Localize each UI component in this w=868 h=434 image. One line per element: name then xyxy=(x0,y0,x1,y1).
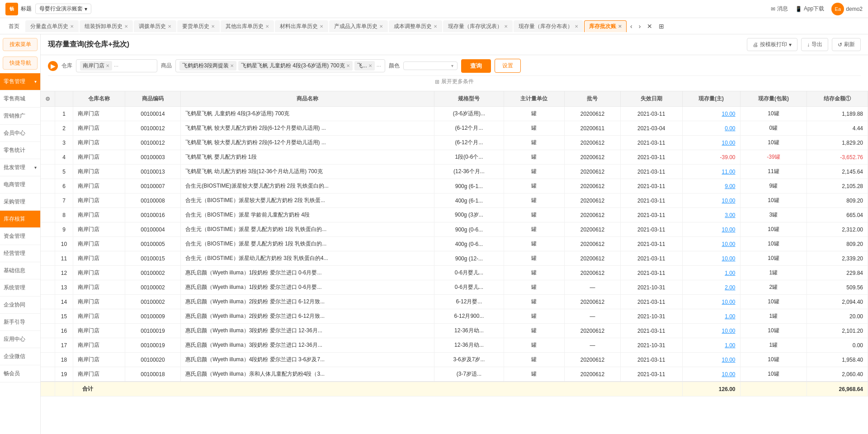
td-stock-main[interactable]: -39.00 xyxy=(682,150,740,165)
th-settings[interactable]: ⚙ xyxy=(41,91,55,107)
tab-close-icon[interactable]: ✕ xyxy=(379,24,383,29)
td-stock-pkg: 10罐 xyxy=(740,237,807,251)
tab-batch-ledger[interactable]: 库存批次账 ✕ xyxy=(584,20,627,32)
td-expire: 2021-10-31 xyxy=(620,309,682,324)
td-stock-main[interactable]: 10.00 xyxy=(682,353,740,367)
warehouse-more[interactable]: ··· xyxy=(114,63,118,69)
tab-nav-prev[interactable]: ‹ xyxy=(627,22,635,31)
td-stock-main[interactable]: 10.00 xyxy=(682,193,740,208)
sidebar-item-retail-stats[interactable]: 零售统计 xyxy=(0,142,40,159)
expand-more-btn[interactable]: ⊞ 展开更多条件 xyxy=(48,75,861,87)
tab-pick-history[interactable]: 调拨单历史 ✕ xyxy=(134,20,176,32)
product-tag-close-icon3[interactable]: ✕ xyxy=(368,63,372,68)
tab-split-history[interactable]: 分量盘点单历史 ✕ xyxy=(25,20,79,32)
sidebar-item-member[interactable]: 会员中心 xyxy=(0,125,40,142)
tab-close-icon[interactable]: ✕ xyxy=(70,24,74,29)
table-container[interactable]: ⚙ 仓库名称 商品编码 商品名称 规格型号 主计量单位 批号 失效日期 现存量(… xyxy=(41,91,868,434)
td-stock-main[interactable]: 10.00 xyxy=(682,222,740,237)
td-stock-main[interactable]: 1.00 xyxy=(682,266,740,280)
product-tag-close-icon2[interactable]: ✕ xyxy=(346,63,350,68)
product-filter[interactable]: 飞鹤奶粉3段两提装 ✕ 飞鹤星飞帆 儿童奶粉 4段(3-6岁适用) 700克 ✕… xyxy=(175,59,385,72)
color-filter[interactable]: ▾ xyxy=(403,61,458,70)
td-stock-main[interactable]: 1.00 xyxy=(682,338,740,353)
color-dropdown-icon[interactable]: ▾ xyxy=(451,63,453,68)
print-btn[interactable]: 🖨 按模板打印 ▾ xyxy=(747,38,797,51)
sidebar-item-operations[interactable]: 经营管理 xyxy=(0,245,40,262)
td-stock-main[interactable]: 10.00 xyxy=(682,324,740,338)
tab-stock-dist[interactable]: 现存量（库存分布表） ✕ xyxy=(514,20,583,32)
td-stock-main[interactable]: 0.00 xyxy=(682,121,740,136)
sidebar-item-ecommerce[interactable]: 电商管理 xyxy=(0,176,40,193)
tab-nav-expand[interactable]: ⊞ xyxy=(656,22,667,31)
sidebar-item-retail-shop[interactable]: 零售商城 xyxy=(0,90,40,108)
sidebar-item-marketing-label: 营销推广 xyxy=(4,112,25,120)
product-tag-close-icon1[interactable]: ✕ xyxy=(230,63,234,68)
quick-nav-btn[interactable]: 快捷导航 xyxy=(3,57,38,70)
tab-close-icon[interactable]: ✕ xyxy=(434,24,437,29)
td-stock-main[interactable]: 10.00 xyxy=(682,367,740,382)
td-stock-main[interactable]: 10.00 xyxy=(682,136,740,150)
td-stock-main[interactable]: 11.00 xyxy=(682,165,740,179)
td-stock-main[interactable]: 10.00 xyxy=(682,251,740,266)
tab-product-in-history[interactable]: 产成品入库单历史 ✕ xyxy=(329,20,388,32)
sidebar-item-guide[interactable]: 新手引导 xyxy=(0,314,40,331)
tab-nav-next[interactable]: › xyxy=(636,22,644,31)
sidebar-item-app-center[interactable]: 应用中心 xyxy=(0,331,40,348)
avatar-text: Ea xyxy=(835,6,841,12)
td-name: 惠氏启颜（Wyeth illuma）亲和人体儿童配方奶粉4段（3... xyxy=(181,367,434,382)
sidebar-item-member2[interactable]: 畅会员 xyxy=(0,365,40,382)
tab-close-icon[interactable]: ✕ xyxy=(124,24,128,29)
query-btn[interactable]: 查询 xyxy=(461,59,491,73)
account-selector[interactable]: 母婴行业演示账套 ▾ xyxy=(35,4,91,14)
td-stock-main[interactable]: 10.00 xyxy=(682,107,740,121)
product-more[interactable]: ··· xyxy=(377,63,381,69)
td-settings xyxy=(41,280,55,295)
message-btn[interactable]: ✉ 消息 xyxy=(771,5,788,13)
tab-material-out-history[interactable]: 材料出库单历史 ✕ xyxy=(275,20,328,32)
expand-filter-btn[interactable]: ▶ xyxy=(48,61,58,71)
sidebar-item-marketing[interactable]: 营销推广 xyxy=(0,108,40,125)
sidebar-item-basic[interactable]: 基础信息 xyxy=(0,262,40,279)
sidebar-item-enterprise[interactable]: 企业协同 xyxy=(0,297,40,314)
td-unit: 罐 xyxy=(504,222,565,237)
export-btn[interactable]: ↓ 导出 xyxy=(801,38,828,51)
sidebar-item-system[interactable]: 系统管理 xyxy=(0,279,40,297)
td-warehouse: 南岸门店 xyxy=(73,309,125,324)
refresh-btn[interactable]: ↺ 刷新 xyxy=(832,38,861,51)
td-stock-main[interactable]: 10.00 xyxy=(682,295,740,309)
tab-close-icon[interactable]: ✕ xyxy=(211,24,215,29)
tab-close-icon[interactable]: ✕ xyxy=(168,24,171,29)
sidebar-item-purchase[interactable]: 采购管理 xyxy=(0,193,40,211)
tab-cost-adjust-history[interactable]: 成本调整单历史 ✕ xyxy=(389,20,442,32)
tab-close-icon[interactable]: ✕ xyxy=(320,24,323,29)
tab-close-icon[interactable]: ✕ xyxy=(504,24,508,29)
settings-btn[interactable]: 设置 xyxy=(495,59,521,73)
tab-close-icon[interactable]: ✕ xyxy=(575,24,578,29)
tab-nav-close-all[interactable]: ✕ xyxy=(644,22,655,31)
sidebar-item-wholesale[interactable]: 批发管理 ▾ xyxy=(0,159,40,176)
td-expire: 2021-03-11 xyxy=(620,237,682,251)
td-stock-main[interactable]: 1.00 xyxy=(682,309,740,324)
sidebar-item-inventory[interactable]: 库存核算 xyxy=(0,211,40,228)
tab-home[interactable]: 首页 xyxy=(4,20,24,32)
tab-close-active-icon[interactable]: ✕ xyxy=(618,24,622,29)
td-stock-main[interactable]: 9.00 xyxy=(682,179,740,193)
app-download-btn[interactable]: 📱 App下载 xyxy=(795,5,824,13)
sidebar-item-enterprise-wechat[interactable]: 企业微信 xyxy=(0,348,40,365)
td-stock-main[interactable]: 3.00 xyxy=(682,208,740,222)
sidebar-item-retail[interactable]: 零售管理 ▾ xyxy=(0,73,40,90)
sidebar-item-finance[interactable]: 资金管理 xyxy=(0,228,40,245)
td-stock-main[interactable]: 2.00 xyxy=(682,280,740,295)
tab-other-out-history[interactable]: 其他出库单历史 ✕ xyxy=(221,20,274,32)
td-stock-main[interactable]: 10.00 xyxy=(682,237,740,251)
td-name: 飞鹤星飞帆 婴儿配方奶粉 1段 xyxy=(181,150,434,165)
tab-close-icon[interactable]: ✕ xyxy=(265,24,269,29)
search-menu-btn[interactable]: 搜索菜单 xyxy=(3,38,38,51)
tab-disassemble-history[interactable]: 组装拆卸单历史 ✕ xyxy=(80,20,133,32)
warehouse-filter[interactable]: 南岸门店 ✕ ··· xyxy=(76,59,157,72)
tab-stock-status[interactable]: 现存量（库存状况表） ✕ xyxy=(443,20,513,32)
warehouse-tag-close-icon[interactable]: ✕ xyxy=(106,63,109,68)
tab-borrow-history[interactable]: 要货单历史 ✕ xyxy=(177,20,220,32)
user-area[interactable]: Ea demo2 xyxy=(831,3,863,15)
td-name: 惠氏启颜（Wyeth illuma）3段奶粉 爱尔兰进口 12-36月... xyxy=(181,338,434,353)
